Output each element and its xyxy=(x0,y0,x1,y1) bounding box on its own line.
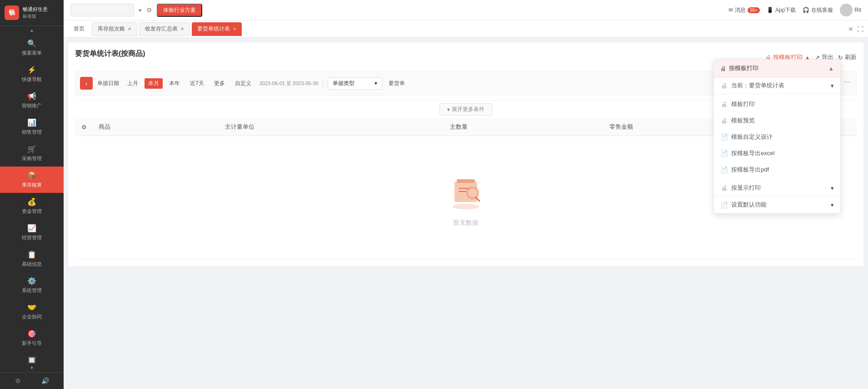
topbar-gear-icon[interactable]: ⚙ xyxy=(146,6,152,14)
export-excel-label: 按模板导出excel xyxy=(731,149,774,157)
order-type-label: 单据类型 xyxy=(333,80,354,87)
sidebar-nav: 🔍 搜索菜单 ⚡ 快捷导航 📢 营销推广 📊 销售管理 🛒 采购管理 📦 库存核… xyxy=(0,35,64,364)
more-icon[interactable]: ··· xyxy=(842,76,852,91)
sidebar-item-inventory[interactable]: 📦 库存核算 xyxy=(0,167,64,193)
finance-icon: 💰 xyxy=(27,197,36,206)
tab-inventory-batch-close[interactable]: ✕ xyxy=(128,26,131,31)
tab-receipt-summary[interactable]: 收发存汇总表 ✕ xyxy=(139,22,190,36)
default-func-icon: 📄 xyxy=(720,201,728,208)
display-print-item[interactable]: 🖨 按显示打印 ▾ xyxy=(714,180,840,196)
sidebar-item-label: 经营管理 xyxy=(22,234,42,241)
sidebar-item-apps[interactable]: 🔲 应用中心 xyxy=(0,351,64,364)
sidebar-item-basic[interactable]: 📋 基础信息 xyxy=(0,246,64,272)
export-pdf-label: 按模板导出pdf xyxy=(731,166,769,174)
expand-more-button[interactable]: ▾ 展开更多条件 xyxy=(439,103,492,116)
sidebar-item-sales[interactable]: 📊 销售管理 xyxy=(0,114,64,140)
template-preview-item[interactable]: 🖨 模板预览 xyxy=(714,112,840,129)
expand-icon: ▾ xyxy=(831,185,834,192)
print-dropdown-title: 🖨 按模板打印 xyxy=(720,64,758,72)
sidebar-item-collab[interactable]: 🤝 企业协同 xyxy=(0,298,64,325)
printer-icon: 🖨 xyxy=(720,65,726,72)
filter-expand-button[interactable]: › xyxy=(80,77,93,90)
promo-button[interactable]: 体验行业方案 xyxy=(157,4,202,17)
tab-maximize-icon[interactable]: ⛶ xyxy=(857,25,863,33)
service-icon: 🎧 xyxy=(803,7,809,13)
sidebar-item-system[interactable]: ⚙️ 系统管理 xyxy=(0,272,64,298)
date-btn-7days[interactable]: 近7天 xyxy=(186,78,208,89)
sidebar-scroll-up[interactable]: ▲ xyxy=(0,26,64,35)
export-pdf-item[interactable]: 📄 按模板导出pdf xyxy=(714,162,840,178)
tab-order-stats-label: 要货单统计表 xyxy=(197,25,230,33)
template-print-item[interactable]: 🖨 模板打印 xyxy=(714,96,840,112)
app-download-button[interactable]: 📱 App下载 xyxy=(767,6,796,14)
sidebar-scroll-down[interactable]: ▼ xyxy=(0,364,64,372)
tab-receipt-summary-close[interactable]: ✕ xyxy=(180,26,184,31)
sidebar-item-label: 搜索菜单 xyxy=(22,50,42,56)
date-btn-lastmonth[interactable]: 上月 xyxy=(124,78,142,89)
current-template-item[interactable]: 🖨 当前：要货单统计表 ▾ xyxy=(714,77,840,94)
current-template-label: 当前：要货单统计表 xyxy=(731,81,784,90)
operation-icon: 📈 xyxy=(27,224,36,232)
template-design-item[interactable]: 📄 模板自定义设计 xyxy=(714,129,840,145)
print-dropdown-header: 🖨 按模板打印 ▲ xyxy=(714,60,840,77)
tab-order-stats-close[interactable]: ✕ xyxy=(233,26,236,31)
tab-receipt-summary-label: 收发存汇总表 xyxy=(145,25,178,33)
sidebar-item-label: 采购管理 xyxy=(22,155,42,162)
sidebar-item-label: 营销推广 xyxy=(22,102,42,109)
volume-icon[interactable]: 🔊 xyxy=(41,377,49,384)
sidebar-item-label: 快捷导航 xyxy=(22,76,42,83)
sales-icon: 📊 xyxy=(27,118,36,127)
empty-illustration xyxy=(443,168,489,213)
order-type-select[interactable]: 单据类型 ▾ xyxy=(328,77,382,90)
filter-divider xyxy=(323,79,323,88)
search-input[interactable] xyxy=(70,4,134,16)
require-goods-filter: 要货单 xyxy=(389,80,405,87)
guide-icon: 🎯 xyxy=(27,329,36,338)
sidebar-item-operation[interactable]: 📈 经营管理 xyxy=(0,219,64,246)
collapse-icon[interactable]: ▲ xyxy=(828,65,834,72)
tab-home[interactable]: 首页 xyxy=(68,22,90,36)
col-quantity: 主数量 xyxy=(444,118,604,136)
app-name: 畅通好生意 xyxy=(23,6,48,13)
sidebar-item-label: 库存核算 xyxy=(22,182,42,188)
tab-order-stats[interactable]: 要货单统计表 ✕ xyxy=(192,22,242,36)
sidebar-item-marketing[interactable]: 📢 营销推广 xyxy=(0,87,64,114)
date-btn-thismonth[interactable]: 本月 xyxy=(145,78,163,89)
dropdown-arrow-icon[interactable]: ▾ xyxy=(139,7,142,14)
date-btn-custom[interactable]: 自定义 xyxy=(231,78,255,89)
user-avatar-area[interactable]: Rit xyxy=(840,4,861,16)
sidebar-item-guide[interactable]: 🎯 新手引导 xyxy=(0,325,64,351)
default-func-section: 📄 设置默认功能 ▾ xyxy=(714,197,840,213)
template-preview-label: 模板预览 xyxy=(731,116,755,125)
tab-inventory-batch[interactable]: 库存批次账 ✕ xyxy=(92,22,137,36)
export-excel-item[interactable]: 📄 按模板导出excel xyxy=(714,145,840,162)
chevron-down-icon: ▾ xyxy=(374,80,377,86)
online-service-label: 在线客服 xyxy=(811,6,833,14)
sidebar-item-label: 新手引导 xyxy=(22,340,42,347)
settings-icon[interactable]: ⚙ xyxy=(15,377,21,384)
messages-button[interactable]: ✉ 消息 99+ xyxy=(728,6,760,14)
sidebar-item-finance[interactable]: 💰 资金管理 xyxy=(0,193,64,219)
avatar xyxy=(840,4,853,16)
print-icon: 🖨 xyxy=(720,101,728,108)
sidebar-item-quicknav[interactable]: ⚡ 快捷导航 xyxy=(0,61,64,87)
col-settings[interactable]: ⚙ xyxy=(75,118,93,136)
system-icon: ⚙️ xyxy=(27,277,36,285)
refresh-button[interactable]: ↻ 刷新 xyxy=(838,53,857,61)
template-icon: 🖨 xyxy=(720,82,728,89)
purchase-icon: 🛒 xyxy=(27,145,36,153)
apps-icon: 🔲 xyxy=(27,356,36,364)
default-func-item[interactable]: 📄 设置默认功能 ▾ xyxy=(714,197,840,213)
collab-icon: 🤝 xyxy=(27,303,36,312)
date-btn-more[interactable]: 更多 xyxy=(210,78,229,89)
tab-close-all-icon[interactable]: ✕ xyxy=(848,25,853,33)
online-service-button[interactable]: 🎧 在线客服 xyxy=(803,6,833,14)
sidebar: 畅 畅通好生意 标准版 ▲ 🔍 搜索菜单 ⚡ 快捷导航 📢 营销推广 📊 销售管… xyxy=(0,0,64,389)
date-btn-thisyear[interactable]: 本年 xyxy=(165,78,184,89)
sidebar-item-label: 系统管理 xyxy=(22,287,42,294)
preview-icon: 🖨 xyxy=(720,117,728,124)
sidebar-item-purchase[interactable]: 🛒 采购管理 xyxy=(0,140,64,167)
svg-point-0 xyxy=(452,204,479,209)
sidebar-item-label: 基础信息 xyxy=(22,261,42,268)
sidebar-item-search[interactable]: 🔍 搜索菜单 xyxy=(0,35,64,61)
